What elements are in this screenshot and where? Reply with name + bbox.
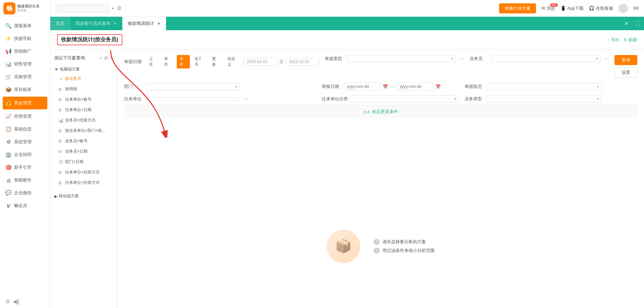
trial-button[interactable]: 体验行业方案: [499, 3, 536, 13]
sidebar-item-member[interactable]: V 畅会员: [0, 199, 50, 212]
filter-panel: 单据日期 上月 本月 本年 近7天 更多 自定义 至: [117, 50, 644, 184]
salesperson-more-icon[interactable]: ···: [604, 55, 609, 62]
export-button[interactable]: ↑ 导出: [607, 37, 620, 43]
date-tab-7days[interactable]: 近7天: [192, 55, 207, 68]
app-download-btn[interactable]: 📱 App下载: [560, 5, 584, 11]
sidebar-item-search[interactable]: 🔍 搜索菜单: [0, 19, 50, 32]
enterprise-icon: 🏢: [5, 152, 11, 158]
doctype-filter-group: 单据类型 ▾ ···: [325, 55, 464, 62]
partner-category-select[interactable]: ▾: [350, 95, 459, 102]
scheme-item-salesperson-account[interactable]: ⊞ 业务员+账号: [50, 136, 117, 146]
phone-icon: 📱: [560, 6, 566, 11]
sidebar-collapse-icon[interactable]: ◀‖: [13, 298, 19, 305]
scheme-add-icon[interactable]: +: [99, 55, 102, 61]
breadcrumb-dropdown-icon[interactable]: ▾: [112, 6, 114, 11]
desktop-section-title[interactable]: ▼ 电脑端方案: [50, 65, 117, 73]
scheme-item-unit-date[interactable]: ⊞ 往来单位+日期: [50, 105, 117, 115]
quicknav-icon: ⚡: [5, 36, 11, 42]
notification-area[interactable]: ✉ 消息 99+: [541, 5, 555, 11]
scheme-item-by-detail[interactable]: ⊞ 按明细: [50, 84, 117, 94]
sidebar-settings-icon[interactable]: ⚙: [5, 298, 10, 305]
tip-text-1: 请先选择要分析的方案: [382, 239, 426, 245]
tab-bank-flow[interactable]: 现金银行流水查询 ✕: [70, 17, 122, 30]
breadcrumb-input[interactable]: [56, 4, 109, 12]
sidebar-item-enterprise[interactable]: 🏢 企业协同: [0, 148, 50, 161]
scheme-settings-icon[interactable]: ⚙: [104, 55, 108, 61]
partner-more-icon[interactable]: ···: [244, 95, 249, 102]
date-end-input[interactable]: [286, 58, 319, 66]
empty-illustration: 📦: [327, 229, 360, 263]
sidebar-item-sales[interactable]: 📊 销售管理: [0, 58, 50, 70]
tab-receivable-stats[interactable]: 收款情况统计 ✕: [122, 17, 166, 30]
sidebar-item-finance[interactable]: 💰 资金管理: [3, 97, 47, 109]
scheme-item-unit-dept[interactable]: ⊞ 按往来单位+部门+收...: [50, 125, 117, 136]
doctype-more-icon[interactable]: ···: [459, 55, 464, 62]
biztype-select[interactable]: ▾: [487, 95, 602, 102]
query-button[interactable]: 查询: [614, 55, 637, 65]
sidebar-item-basicinfo[interactable]: 📋 基础信息: [0, 123, 50, 136]
doctype-label: 单据类型: [325, 56, 345, 62]
salesperson-label: 业务员: [470, 56, 490, 62]
sidebar-menu: 🔍 搜索菜单 ⚡ 快捷导航 📢 营销推广 📊 销售管理 🛒 采购管理 📦 库存核…: [0, 17, 50, 295]
dept-select[interactable]: ▾: [146, 83, 240, 90]
date-tab-custom[interactable]: 自定义: [225, 55, 242, 68]
tab-bank-flow-close[interactable]: ✕: [114, 21, 117, 26]
partner-category-arrow: ▾: [454, 97, 456, 101]
date-tab-thismonth[interactable]: 本月: [161, 55, 174, 68]
online-service-btn[interactable]: 🎧 在线客服: [589, 5, 613, 11]
sidebar-item-smarthw[interactable]: 🖨 智能硬件: [0, 174, 50, 187]
reviewdate-end-calendar-icon[interactable]: 📅: [435, 84, 441, 89]
date-range: 上月 本月 本年 近7天 更多 自定义: [146, 55, 242, 68]
scheme-item-label: 往来单位+结算方式: [65, 169, 100, 175]
sidebar-item-purchase[interactable]: 🛒 采购管理: [0, 70, 50, 83]
salesperson-filter-group: 业务员 ▾ ···: [470, 55, 609, 62]
tab-close-all-icon[interactable]: ✕: [621, 20, 632, 27]
sales-icon: 📊: [5, 61, 11, 67]
right-panel: 单据日期 上月 本月 本年 近7天 更多 自定义 至: [117, 50, 644, 308]
header-gear-icon[interactable]: ⚙: [117, 5, 121, 11]
reviewdate-start-input[interactable]: [344, 83, 381, 91]
salesperson-select[interactable]: ▾: [492, 55, 601, 62]
tab-home[interactable]: 首页: [50, 17, 70, 30]
user-avatar[interactable]: [619, 4, 628, 13]
filter-row-3: 往来单位 ··· 往来单位分类 ▾: [124, 95, 637, 102]
refresh-icon: ↻: [624, 37, 627, 42]
sidebar-item-guide[interactable]: 🎯 新手引导: [0, 161, 50, 174]
collapse-bar[interactable]: ∧∧ 收起更多条件: [124, 105, 637, 118]
sidebar-item-operation[interactable]: 📈 经营管理: [0, 110, 50, 123]
tab-maximize-icon[interactable]: ⛶: [632, 20, 644, 27]
scheme-collapse-icon[interactable]: «: [110, 55, 113, 61]
user-name: Rit: [633, 6, 639, 11]
scheme-item-salesperson-date[interactable]: ⚙ 业务员+日期: [50, 146, 117, 157]
date-tab-thisyear[interactable]: 本年: [177, 55, 190, 68]
doctype-select[interactable]: ▾: [347, 55, 456, 62]
refresh-button[interactable]: ↻ 刷新: [624, 37, 637, 43]
scheme-item-unit-method2[interactable]: ⊞ 往来单位+结算方式: [50, 177, 117, 188]
docstatus-select[interactable]: ▾: [487, 83, 602, 90]
date-tab-lastmonth[interactable]: 上月: [146, 55, 159, 68]
partner-select[interactable]: [146, 97, 240, 101]
settings-button[interactable]: 设置: [614, 67, 637, 78]
sidebar-item-quicknav[interactable]: ⚡ 快捷导航: [0, 32, 50, 45]
date-start-input[interactable]: [244, 58, 277, 66]
scheme-item-dept-date[interactable]: 🕐 部门+日期: [50, 157, 117, 167]
empty-state: 📦 ① 请先选择要分析的方案 ② 用过滤条件来缩小分析范围: [117, 184, 644, 308]
mobile-section-arrow: ▶: [54, 194, 57, 199]
wechat-icon: 💬: [5, 190, 11, 196]
scheme-item-label: 往来单位+结算方式: [65, 180, 100, 186]
scheme-item-unit-method1[interactable]: ⊞ 往来单位+结算方式: [50, 167, 117, 177]
unit-dept-icon: ⊞: [58, 129, 63, 133]
scheme-item-salesperson-method[interactable]: 📊 业务员+结算方式: [50, 115, 117, 125]
sidebar-item-inventory[interactable]: 📦 库存核算: [0, 83, 50, 96]
scheme-item-by-salesperson[interactable]: 🔸 按业务员: [50, 73, 117, 84]
logo-badge: 标准版: [17, 8, 40, 13]
tab-receivable-close[interactable]: ✕: [157, 21, 160, 26]
sidebar-item-system[interactable]: ⚙ 系统管理: [0, 136, 50, 148]
mobile-section-title[interactable]: ▶ 移动端方案: [50, 192, 117, 200]
reviewdate-start-calendar-icon[interactable]: 📅: [383, 84, 388, 89]
scheme-item-unit-account[interactable]: ⊞ 往来单位+账号: [50, 94, 117, 105]
sidebar-item-wechat[interactable]: 💬 企业微信: [0, 187, 50, 199]
date-tab-more[interactable]: 更多: [209, 55, 222, 68]
reviewdate-end-input[interactable]: [396, 83, 433, 91]
sidebar-item-marketing[interactable]: 📢 营销推广: [0, 45, 50, 58]
